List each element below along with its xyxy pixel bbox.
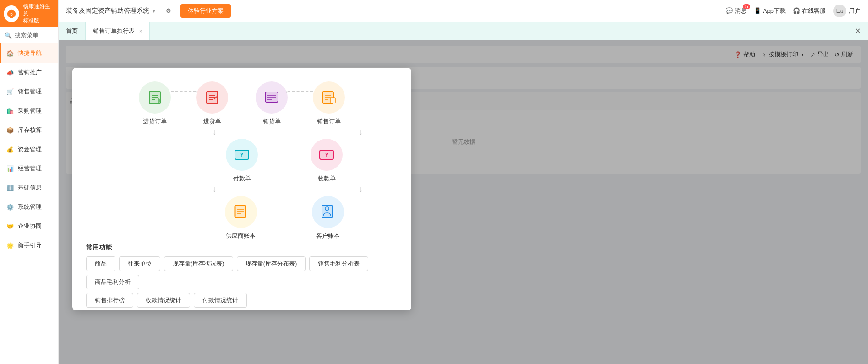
sales-icon: 🛒 (6, 87, 14, 96)
func-btn-product-gross[interactable]: 商品毛利分析 (86, 275, 139, 289)
system-title[interactable]: 装备及固定资产辅助管理系统 ▼ (66, 7, 157, 15)
down-arrow-pb: ↓ (185, 127, 244, 137)
flow-row2: ¥ 付款单 ¥ 收款单 (86, 139, 398, 183)
purchase-bill-label: 进货单 (203, 117, 221, 125)
svg-text:¥: ¥ (240, 152, 244, 158)
purchase-bill-icon (196, 81, 228, 114)
phone-icon: 📱 (754, 7, 761, 14)
modal-overlay[interactable]: 进货订单 › (59, 40, 868, 364)
down-arrow-sb: ↓ (331, 127, 391, 137)
settings-icon[interactable]: ⚙ (162, 5, 175, 17)
spacer3 (244, 185, 331, 194)
topbar-actions: 💬 消息 5 📱 App下载 🎧 在线客服 Ea 用户 (726, 5, 861, 17)
topbar: 装备及固定资产辅助管理系统 ▼ ⚙ 体验行业方案 💬 消息 5 📱 App下载 … (59, 0, 868, 22)
down-arrows-row2: ↓ ↓ (86, 185, 398, 194)
sidebar-item-basic-info[interactable]: ℹ️ 基础信息 (0, 178, 58, 197)
func-buttons-row1: 商品 往来单位 现存量(库存状况表) 现存量(库存分布表) 销售毛利分析表 商品… (86, 256, 398, 289)
receipt-bill-icon: ¥ (311, 139, 343, 171)
arrow-so-sb: ‹ (288, 91, 313, 92)
supplier-ledger-label: 供应商账本 (226, 232, 256, 240)
sidebar-nav: 🏠 快捷导航 📣 营销推广 🛒 销售管理 🛍️ 采购管理 📦 库存核算 💰 (0, 43, 58, 364)
sidebar-item-operations[interactable]: 📊 经营管理 (0, 159, 58, 178)
user-area[interactable]: Ea 用户 (833, 5, 861, 17)
quick-nav-modal: 进货订单 › (72, 68, 411, 310)
exp-industry-button[interactable]: 体验行业方案 (180, 4, 231, 18)
sidebar-item-purchase[interactable]: 🛍️ 采购管理 (0, 101, 58, 120)
payment-bill-icon: ¥ (226, 139, 258, 171)
main-area: 装备及固定资产辅助管理系统 ▼ ⚙ 体验行业方案 💬 消息 5 📱 App下载 … (59, 0, 868, 364)
func-btn-sales-ranking[interactable]: 销售排行榜 (86, 293, 133, 308)
supplier-ledger-icon (225, 196, 257, 228)
sidebar-item-system[interactable]: ⚙️ 系统管理 (0, 197, 58, 217)
func-btn-receipt-stats[interactable]: 收款情况统计 (137, 293, 190, 308)
sidebar: 6 畅康通好生意 标准版 🔍 搜索菜单 🏠 快捷导航 📣 营销推广 🛒 销售管理 (0, 0, 59, 364)
sales-order-label: 销售订单 (317, 117, 341, 125)
tab-home[interactable]: 首页 (59, 22, 86, 40)
system-icon: ⚙️ (6, 203, 14, 211)
sidebar-item-inventory[interactable]: 📦 库存核算 (0, 120, 58, 140)
modal-body: 进货订单 › (72, 68, 411, 310)
operations-icon: 📊 (6, 164, 14, 173)
messages-action[interactable]: 💬 消息 5 (726, 7, 747, 15)
svg-text:¥: ¥ (325, 152, 328, 158)
receipt-bill-label: 收款单 (318, 174, 336, 183)
inventory-icon: 📦 (6, 126, 14, 134)
sidebar-item-sales[interactable]: 🛒 销售管理 (0, 82, 58, 101)
common-functions-title: 常用功能 (86, 244, 398, 252)
customer-ledger-icon (312, 196, 344, 228)
svg-rect-32 (234, 206, 236, 217)
message-icon: 💬 (726, 7, 733, 14)
message-badge: 5 (743, 4, 750, 9)
sales-bill-icon (256, 81, 288, 114)
avatar: Ea (833, 5, 846, 17)
app-download-action[interactable]: 📱 App下载 (754, 7, 786, 15)
purchase-order-label: 进货订单 (143, 117, 167, 125)
tab-sales-execution[interactable]: 销售订单执行表 × (86, 22, 150, 40)
sidebar-item-marketing[interactable]: 📣 营销推广 (0, 63, 58, 82)
close-window-button[interactable]: ✕ (847, 27, 868, 35)
sidebar-logo: 6 畅康通好生意 标准版 (0, 0, 58, 27)
func-btn-payment-stats[interactable]: 付款情况统计 (194, 293, 247, 308)
func-btn-counterparty[interactable]: 往来单位 (119, 256, 160, 271)
common-functions: 常用功能 商品 往来单位 现存量(库存状况表) 现存量(库存分布表) 销售毛利分… (86, 244, 398, 308)
sidebar-item-collaboration[interactable]: 🤝 企业协同 (0, 217, 58, 236)
down-arrows-row: ↓ ↓ (86, 127, 398, 137)
purchase-icon: 🛍️ (6, 107, 14, 115)
svg-text:6: 6 (10, 11, 13, 16)
down-arrow-pay: ↓ (185, 185, 244, 194)
arrow-po-pb: › (171, 91, 196, 92)
guide-icon: 🌟 (6, 241, 14, 250)
flow-diagram: 进货订单 › (86, 81, 398, 125)
func-buttons-row2: 销售排行榜 收款情况统计 付款情况统计 (86, 293, 398, 308)
tabs-bar: 首页 销售订单执行表 × ✕ (59, 22, 868, 40)
sidebar-item-guide[interactable]: 🌟 新手引导 (0, 236, 58, 255)
sidebar-item-quick-nav[interactable]: 🏠 快捷导航 (0, 43, 58, 63)
megaphone-icon: 📣 (6, 68, 14, 76)
func-btn-products[interactable]: 商品 (86, 256, 115, 271)
payment-bill-label: 付款单 (233, 174, 251, 183)
content-area: ❓ 帮助 🖨 按模板打印 ▼ ↗ 导出 ↺ (59, 40, 868, 364)
logo-text: 畅康通好生意 标准版 (23, 3, 55, 25)
down-arrow-rec: ↓ (331, 185, 391, 194)
search-menu[interactable]: 🔍 搜索菜单 (0, 27, 58, 43)
purchase-order-icon (139, 81, 171, 114)
svg-rect-13 (265, 92, 278, 102)
func-btn-stock-dist[interactable]: 现存量(库存分布表) (237, 256, 306, 271)
customer-ledger-label: 客户账本 (316, 232, 340, 240)
sidebar-item-finance[interactable]: 💰 资金管理 (0, 140, 58, 159)
func-btn-sales-gross[interactable]: 销售毛利分析表 (309, 256, 368, 271)
func-btn-stock-status[interactable]: 现存量(库存状况表) (164, 256, 233, 271)
tab-close-icon[interactable]: × (139, 28, 142, 34)
info-icon: ℹ️ (6, 184, 14, 192)
logo-icon: 6 (4, 5, 19, 22)
online-service-action[interactable]: 🎧 在线客服 (793, 7, 826, 15)
home-icon: 🏠 (6, 49, 14, 57)
spacer2 (244, 127, 331, 137)
search-icon: 🔍 (5, 32, 12, 39)
sales-order-icon (313, 81, 345, 114)
svg-rect-23 (331, 98, 335, 103)
headset-icon: 🎧 (793, 7, 800, 14)
dropdown-chevron-icon: ▼ (151, 8, 157, 14)
sales-bill-label: 销货单 (263, 117, 281, 125)
flow-row3: 供应商账本 客户账本 (86, 196, 398, 240)
